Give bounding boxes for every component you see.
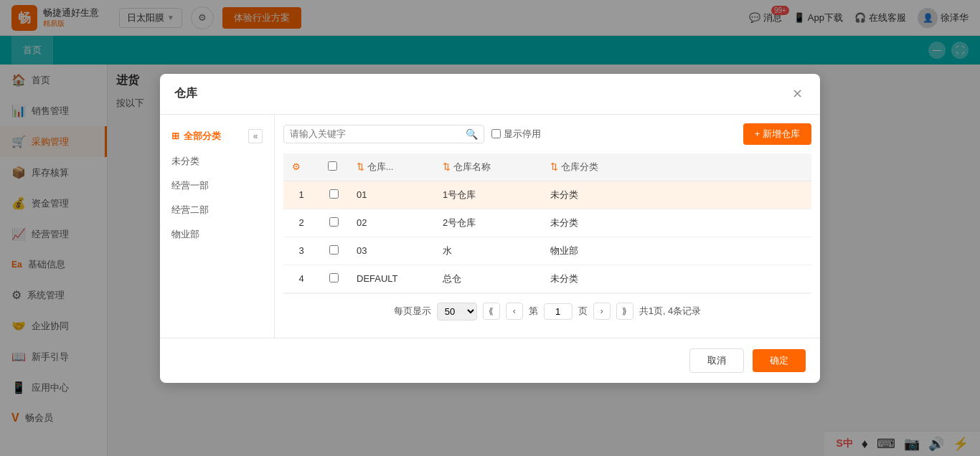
dialog-title: 仓库 bbox=[174, 86, 197, 101]
row-checkbox-1[interactable] bbox=[319, 181, 348, 209]
row-cat-2: 未分类 bbox=[542, 209, 811, 237]
table-panel: 🔍 显示停用 + 新增仓库 ⚙ bbox=[275, 115, 820, 338]
row-checkbox-2[interactable] bbox=[319, 209, 348, 237]
table-header: ⚙ ⇅ 仓库... ⇅ bbox=[283, 153, 811, 181]
search-box: 🔍 bbox=[283, 125, 484, 143]
row-checkbox-3[interactable] bbox=[319, 237, 348, 265]
dialog-close-button[interactable]: ✕ bbox=[788, 85, 806, 103]
table-row[interactable]: 3 03 水 物业部 bbox=[283, 237, 811, 265]
search-input[interactable] bbox=[290, 128, 466, 139]
per-page-select[interactable]: 50 10 20 100 bbox=[437, 303, 477, 320]
category-panel: ⊞ 全部分类 « 未分类 经营一部 经营二部 物业部 bbox=[160, 115, 275, 338]
table-row[interactable]: 2 02 2号仓库 未分类 bbox=[283, 209, 811, 237]
th-category: ⇅ 仓库分类 bbox=[542, 153, 811, 181]
category-item-ops2[interactable]: 经营二部 bbox=[160, 198, 274, 222]
row-select-4[interactable] bbox=[329, 273, 339, 282]
dialog-body: ⊞ 全部分类 « 未分类 经营一部 经营二部 物业部 🔍 bbox=[160, 115, 820, 338]
row-num-1: 1 bbox=[283, 181, 319, 209]
first-page-btn[interactable]: ⟪ bbox=[483, 303, 500, 320]
th-category-label: 仓库分类 bbox=[561, 161, 598, 172]
cancel-button[interactable]: 取消 bbox=[689, 348, 744, 373]
show-disabled-checkbox[interactable] bbox=[491, 129, 501, 138]
row-select-3[interactable] bbox=[329, 245, 339, 255]
table-toolbar: 🔍 显示停用 + 新增仓库 bbox=[283, 123, 811, 145]
th-code: ⇅ 仓库... bbox=[348, 153, 434, 181]
show-disabled-checkbox-label[interactable]: 显示停用 bbox=[491, 128, 541, 141]
all-categories-label: 全部分类 bbox=[184, 130, 221, 143]
row-name-4: 总仓 bbox=[434, 265, 542, 293]
grid-icon: ⊞ bbox=[171, 130, 179, 141]
prev-page-btn[interactable]: ‹ bbox=[506, 303, 523, 320]
confirm-button[interactable]: 确定 bbox=[753, 349, 806, 372]
th-settings: ⚙ bbox=[283, 153, 319, 181]
next-page-btn[interactable]: › bbox=[593, 303, 611, 320]
row-cat-1: 未分类 bbox=[542, 181, 811, 209]
dialog-overlay: 仓库 ✕ ⊞ 全部分类 « 未分类 经营一部 经营二部 物业部 bbox=[0, 0, 980, 456]
row-code-3: 03 bbox=[348, 237, 434, 265]
category-item-property[interactable]: 物业部 bbox=[160, 222, 274, 247]
row-cat-3: 物业部 bbox=[542, 237, 811, 265]
search-icon[interactable]: 🔍 bbox=[466, 128, 478, 140]
row-num-4: 4 bbox=[283, 265, 319, 293]
row-cat-4: 未分类 bbox=[542, 265, 811, 293]
dialog-footer: 取消 确定 bbox=[160, 338, 820, 383]
per-page-label: 每页显示 bbox=[394, 305, 431, 318]
row-select-1[interactable] bbox=[329, 189, 339, 199]
add-warehouse-button[interactable]: + 新增仓库 bbox=[743, 123, 811, 145]
warehouse-table: ⚙ ⇅ 仓库... ⇅ bbox=[283, 153, 811, 293]
th-code-label: 仓库... bbox=[367, 161, 394, 172]
th-checkbox bbox=[319, 153, 348, 181]
table-body: 1 01 1号仓库 未分类 2 02 2号仓库 bbox=[283, 181, 811, 293]
row-select-2[interactable] bbox=[329, 217, 339, 227]
total-info: 共1页, 4条记录 bbox=[639, 305, 702, 318]
category-item-ops1[interactable]: 经营一部 bbox=[160, 174, 274, 198]
sort-icon-cat: ⇅ bbox=[550, 161, 558, 172]
row-name-3: 水 bbox=[434, 237, 542, 265]
row-num-2: 2 bbox=[283, 209, 319, 237]
collapse-panel-btn[interactable]: « bbox=[248, 129, 263, 143]
row-name-2: 2号仓库 bbox=[434, 209, 542, 237]
settings-th-icon: ⚙ bbox=[292, 161, 301, 172]
row-checkbox-4[interactable] bbox=[319, 265, 348, 293]
page-input[interactable] bbox=[544, 303, 573, 320]
row-code-4: DEFAULT bbox=[348, 265, 434, 293]
table-row[interactable]: 4 DEFAULT 总仓 未分类 bbox=[283, 265, 811, 293]
th-name: ⇅ 仓库名称 bbox=[434, 153, 542, 181]
table-row[interactable]: 1 01 1号仓库 未分类 bbox=[283, 181, 811, 209]
th-name-label: 仓库名称 bbox=[453, 161, 491, 172]
row-name-1: 1号仓库 bbox=[434, 181, 542, 209]
sort-icon-name: ⇅ bbox=[443, 161, 451, 172]
warehouse-dialog: 仓库 ✕ ⊞ 全部分类 « 未分类 经营一部 经营二部 物业部 bbox=[160, 74, 820, 383]
row-num-3: 3 bbox=[283, 237, 319, 265]
all-categories-item[interactable]: ⊞ 全部分类 « bbox=[160, 123, 274, 149]
row-code-1: 01 bbox=[348, 181, 434, 209]
category-item-unclassified[interactable]: 未分类 bbox=[160, 149, 274, 174]
dialog-header: 仓库 ✕ bbox=[160, 74, 820, 115]
table-container: ⚙ ⇅ 仓库... ⇅ bbox=[283, 153, 811, 293]
page-label: 第 bbox=[529, 305, 538, 318]
pagination-bar: 每页显示 50 10 20 100 ⟪ ‹ 第 页 › ⟫ 共1页, 4条记录 bbox=[283, 293, 811, 329]
last-page-btn[interactable]: ⟫ bbox=[616, 303, 633, 320]
row-code-2: 02 bbox=[348, 209, 434, 237]
show-disabled-label: 显示停用 bbox=[504, 128, 541, 141]
sort-icon-code: ⇅ bbox=[357, 161, 364, 172]
page-unit: 页 bbox=[578, 305, 588, 318]
select-all-checkbox[interactable] bbox=[328, 161, 337, 171]
